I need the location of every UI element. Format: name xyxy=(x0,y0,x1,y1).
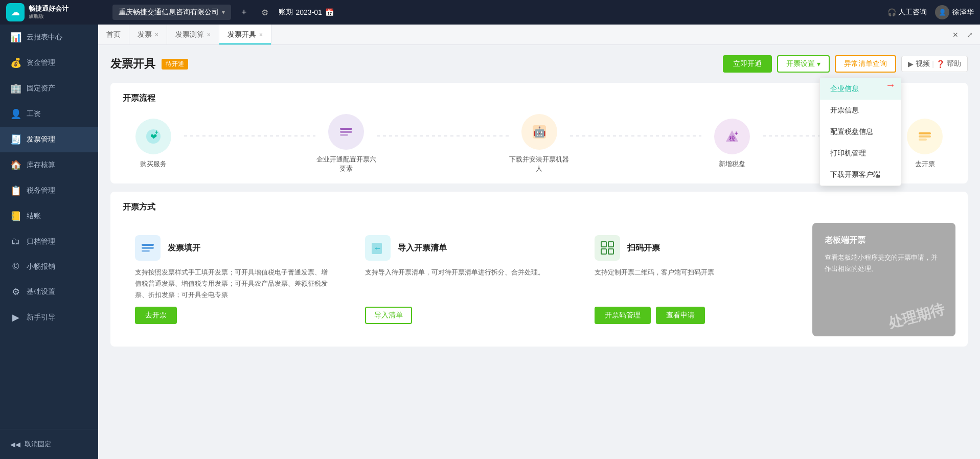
scan-invoice-apply-button[interactable]: 查看申请 xyxy=(656,307,705,324)
sidebar-item-settlement[interactable]: 📒 结账 xyxy=(0,203,98,229)
tab-bar-actions: ✕ ⤢ xyxy=(945,25,980,44)
settings-button-label: 开票设置 xyxy=(786,59,815,68)
tab-invoice-list-label: 发票 xyxy=(138,30,152,39)
main-area: 📊 云报表中心 💰 资金管理 🏢 固定资产 👤 工资 🧾 发票管理 xyxy=(0,25,980,459)
avatar: 👤 xyxy=(935,5,949,19)
buy-service-label: 购买服务 xyxy=(140,159,167,169)
period-label: 账期 xyxy=(279,8,293,17)
sidebar-item-tax[interactable]: 📋 税务管理 xyxy=(0,178,98,203)
svg-rect-14 xyxy=(142,244,154,246)
overlay-text: 处理期待 xyxy=(886,300,947,333)
scan-invoice-icon xyxy=(595,235,620,261)
company-name: 重庆畅捷交通信息咨询有限公司 xyxy=(119,8,219,17)
sidebar-item-guide[interactable]: ▶ 新手引导 xyxy=(0,305,98,330)
sidebar-scroll: 📊 云报表中心 💰 资金管理 🏢 固定资产 👤 工资 🧾 发票管理 xyxy=(0,25,98,429)
tab-home[interactable]: 首页 xyxy=(98,25,129,44)
boss-invoice-header: 老板端开票 xyxy=(825,235,943,246)
sidebar-label: 固定资产 xyxy=(27,84,55,93)
dropdown-item-download-client[interactable]: 下载开票客户端 xyxy=(820,164,901,186)
fund-icon: 💰 xyxy=(10,57,21,68)
logo-subtitle: 旗舰版 xyxy=(29,13,69,20)
collapse-label: 取消固定 xyxy=(25,440,51,449)
sidebar-label: 资金管理 xyxy=(27,58,55,67)
calendar-icon[interactable]: 📅 xyxy=(325,8,334,16)
add-company-button[interactable]: + xyxy=(237,7,251,18)
method-card-boss: 老板端开票 查看老板端小程序提交的开票申请，并作出相应的处理。 处理期待 xyxy=(812,223,955,336)
archive-icon: 🗂 xyxy=(10,236,21,247)
svg-rect-3 xyxy=(340,128,352,130)
boss-invoice-desc: 查看老板端小程序提交的开票申请，并作出相应的处理。 xyxy=(825,252,943,274)
sidebar-item-invoice[interactable]: 🧾 发票管理 xyxy=(0,127,98,152)
tab-invoice-list[interactable]: 发票 × xyxy=(129,25,167,44)
tab-invoice-calc-label: 发票测算 xyxy=(175,30,204,39)
dropdown-item-invoice-info[interactable]: 开票信息 xyxy=(820,100,901,121)
user-info[interactable]: 👤 徐泽华 xyxy=(935,5,974,19)
sidebar-item-report-sales[interactable]: © 小畅报销 xyxy=(0,254,98,279)
settings-button[interactable]: 开票设置 ▾ xyxy=(777,55,830,73)
abnormal-button[interactable]: 异常清单查询 xyxy=(835,55,896,73)
dropdown-item-printer[interactable]: 打印机管理 xyxy=(820,143,901,164)
fixed-assets-icon: 🏢 xyxy=(10,83,21,94)
connector-3 xyxy=(570,135,701,136)
sidebar-item-inventory[interactable]: 🏠 库存核算 xyxy=(0,152,98,178)
sidebar-label: 发票管理 xyxy=(27,135,55,144)
tab-invoice-issue-close[interactable]: × xyxy=(259,31,263,38)
expand-tab-button[interactable]: ⤢ xyxy=(964,29,976,41)
video-label[interactable]: 视频 xyxy=(916,59,930,68)
tab-invoice-list-close[interactable]: × xyxy=(155,31,158,38)
scan-invoice-buttons: 开票码管理 查看申请 xyxy=(595,307,792,324)
fill-invoice-button[interactable]: 去开票 xyxy=(135,307,177,324)
separator: | xyxy=(932,60,934,68)
collapse-button[interactable]: ◀◀ 取消固定 xyxy=(0,434,98,454)
svg-rect-11 xyxy=(919,132,931,134)
printer-label: 打印机管理 xyxy=(830,149,866,157)
go-invoice-label: 去开票 xyxy=(915,159,935,169)
fill-invoice-header: 发票填开 xyxy=(135,235,332,261)
sidebar-item-payroll[interactable]: 👤 工资 xyxy=(0,101,98,127)
download-icon: 🤖 xyxy=(521,114,557,150)
tab-invoice-issue[interactable]: 发票开具 × xyxy=(219,25,271,44)
tab-invoice-calc-close[interactable]: × xyxy=(207,31,211,38)
logo-area: ☁ 畅捷通好会计 旗舰版 xyxy=(6,3,104,21)
download-label: 下载并安装开票机器人 xyxy=(509,155,570,173)
page-header-actions: 立即开通 开票设置 ▾ 异常清单查询 ▶ 视频 | ❓ 帮助 xyxy=(723,55,968,73)
svg-rect-12 xyxy=(919,135,931,137)
dropdown-item-tax-config[interactable]: 配置税盘信息 xyxy=(820,121,901,143)
help-label[interactable]: 帮助 xyxy=(947,59,961,68)
dropdown-arrow-icon: ▾ xyxy=(817,60,821,68)
svg-rect-22 xyxy=(608,249,613,254)
tab-bar: 首页 发票 × 发票测算 × 发票开具 × ✕ ⤢ xyxy=(98,25,980,45)
import-invoice-icon: ← xyxy=(365,235,391,261)
company-selector[interactable]: 重庆畅捷交通信息咨询有限公司 ▾ xyxy=(112,5,231,20)
chevron-down-icon: ▾ xyxy=(222,9,225,16)
payroll-icon: 👤 xyxy=(10,108,21,120)
tab-invoice-calc[interactable]: 发票测算 × xyxy=(167,25,219,44)
settings-menu-icon: ⚙ xyxy=(10,286,21,297)
support-button[interactable]: 🎧 人工咨询 xyxy=(887,8,927,17)
download-client-label: 下载开票客户端 xyxy=(830,170,880,178)
scan-invoice-manage-button[interactable]: 开票码管理 xyxy=(595,307,651,324)
fill-invoice-desc: 支持按照发票样式手工填开发票；可开具增值税电子普通发票、增值税普通发票、增值税专… xyxy=(135,267,332,301)
import-invoice-button[interactable]: 导入清单 xyxy=(365,307,412,324)
sidebar-item-fund[interactable]: 💰 资金管理 xyxy=(0,50,98,76)
company-info-label: 企业信息 xyxy=(830,84,859,93)
page-title: 发票开具 xyxy=(110,56,155,72)
activate-button[interactable]: 立即开通 xyxy=(723,55,772,73)
svg-rect-21 xyxy=(601,249,606,254)
close-tab-button[interactable]: ✕ xyxy=(949,29,962,41)
sidebar-label: 小畅报销 xyxy=(27,262,55,271)
sidebar-bottom: ◀◀ 取消固定 xyxy=(0,429,98,459)
headset-icon: 🎧 xyxy=(887,8,896,16)
settings-icon[interactable]: ⚙ xyxy=(257,8,272,17)
svg-rect-15 xyxy=(142,247,154,249)
import-invoice-desc: 支持导入待开票清单，可对待开票清单进行拆分、合并处理。 xyxy=(365,267,562,301)
help-circle-icon: ❓ xyxy=(936,60,945,68)
help-group: ▶ 视频 | ❓ 帮助 xyxy=(901,56,968,72)
report-sales-icon: © xyxy=(10,261,21,272)
sidebar-item-cloud-report[interactable]: 📊 云报表中心 xyxy=(0,25,98,50)
process-step-buy-service: ❤+ 购买服务 xyxy=(123,119,184,169)
sidebar-item-settings[interactable]: ⚙ 基础设置 xyxy=(0,279,98,305)
sidebar-item-archive[interactable]: 🗂 归档管理 xyxy=(0,229,98,254)
sidebar-item-fixed-assets[interactable]: 🏢 固定资产 xyxy=(0,76,98,101)
tab-home-label: 首页 xyxy=(106,30,121,39)
